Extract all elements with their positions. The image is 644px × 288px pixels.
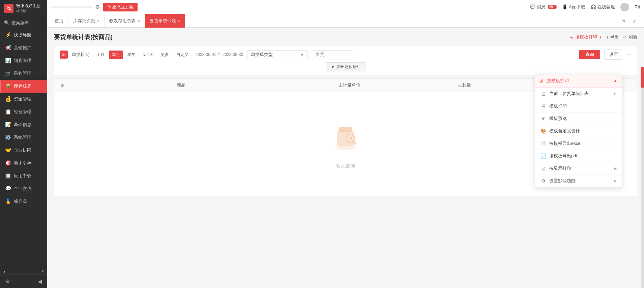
- sidebar-search[interactable]: 🔍 搜索菜单: [0, 17, 47, 29]
- sidebar-item-wechat[interactable]: 💬 企业微信: [0, 182, 47, 195]
- refresh-label: 刷新: [628, 34, 637, 40]
- tab-collection-summary-close[interactable]: ×: [138, 19, 140, 23]
- dropdown-item-template-print[interactable]: 🖨 模板打印: [535, 100, 622, 113]
- tab-close-all-button[interactable]: ✕: [620, 17, 628, 25]
- marketing-icon: 📢: [5, 45, 11, 51]
- tab-order-stats[interactable]: 要货单统计表 ×: [145, 14, 185, 28]
- sidebar-item-operations[interactable]: 📋 经营管理: [0, 105, 47, 118]
- sidebar-item-marketing[interactable]: 📢 营销推广: [0, 41, 47, 54]
- date-last-7[interactable]: 近7天: [140, 51, 156, 59]
- dropdown-sub-display-print[interactable]: 🖨 按显示打印 ▶: [535, 162, 622, 175]
- table-settings-button[interactable]: 设置: [604, 50, 623, 60]
- dropdown-collapse-arrow[interactable]: ▲: [613, 78, 617, 83]
- query-button[interactable]: 查询: [579, 50, 600, 59]
- refresh-button[interactable]: ↺ 刷新: [623, 34, 637, 40]
- sidebar-item-system[interactable]: ⚙️ 系统管理: [0, 131, 47, 144]
- sidebar-item-basic[interactable]: 📝 基础信息: [0, 118, 47, 131]
- sales-icon: 📊: [5, 58, 11, 64]
- date-range: 2023-06-01 至 2023-06-30: [196, 52, 243, 58]
- empty-illustration: [329, 119, 362, 159]
- dropdown-item-template-excel[interactable]: 📄 按模板导出excel: [535, 137, 622, 150]
- search-label: 搜索菜单: [11, 20, 29, 26]
- sidebar-item-finance[interactable]: 💰 资金管理: [0, 93, 47, 105]
- more-button[interactable]: ···: [627, 52, 632, 58]
- trial-button[interactable]: 体验行业方案: [103, 3, 138, 11]
- date-this-year[interactable]: 本年: [124, 51, 139, 59]
- user-avatar[interactable]: [620, 3, 629, 11]
- template-excel-icon: 📄: [540, 141, 546, 146]
- template-print-label: 模板打印: [549, 103, 567, 109]
- sidebar-item-label: 应用中心: [14, 173, 31, 179]
- topbar: ⚙ 体验行业方案 💬 消息 99+ 📱 App下载 🎧 在线客服 Rit: [47, 0, 644, 14]
- sidebar-item-collab[interactable]: 🤝 企业协同: [0, 144, 47, 157]
- dropdown-current-template[interactable]: 🖨 当前：要货单统计表 ▼: [535, 88, 622, 100]
- filter-toggle-icon: ≫: [62, 52, 66, 57]
- sidebar-item-label: 企业微信: [14, 186, 31, 192]
- set-default-label: 设置默认功能: [549, 178, 576, 184]
- date-options: 上月 本月 本年 近7天 更多 自定义: [93, 51, 192, 59]
- template-print-icon: 🖨: [540, 103, 546, 109]
- tab-expand-button[interactable]: ⤢: [631, 17, 639, 25]
- settings-footer-icon[interactable]: ⚙: [5, 278, 10, 285]
- sidebar-item-label: 资金管理: [14, 96, 31, 102]
- sidebar-item-apps[interactable]: 🔲 应用中心: [0, 169, 47, 182]
- order-type-filter[interactable]: 单据单类型 ▼: [247, 50, 308, 59]
- scroll-down-arrow[interactable]: ▼: [41, 269, 45, 273]
- empty-text: 暂无数据: [336, 163, 355, 169]
- date-custom[interactable]: 自定义: [173, 51, 192, 59]
- filter-toggle-btn[interactable]: ≫: [60, 51, 68, 59]
- message-icon: 💬: [530, 4, 535, 9]
- collapse-icon[interactable]: ◀: [38, 278, 42, 285]
- app-download-button[interactable]: 📱 App下载: [562, 4, 585, 10]
- goods-filter[interactable]: 要货: [312, 50, 352, 59]
- finance-icon: 💰: [5, 96, 11, 102]
- messages-button[interactable]: 💬 消息 99+: [530, 4, 557, 10]
- dropdown-sub-set-default[interactable]: ⚙ 设置默认功能 ▶: [535, 175, 622, 187]
- date-more[interactable]: 更多: [158, 51, 172, 59]
- sidebar-item-quick-nav[interactable]: ⚡ 快捷导航: [0, 29, 47, 41]
- tab-collection-summary[interactable]: 收发存汇总表 ×: [105, 14, 145, 28]
- date-prev-month[interactable]: 上月: [93, 51, 108, 59]
- dropdown-header[interactable]: 🖨 按模板打印 ▲: [535, 74, 622, 88]
- column-settings-icon[interactable]: ⚙: [54, 79, 70, 91]
- sidebar-footer: ⚙ ◀: [0, 275, 47, 288]
- tab-inventory-batch-label: 库存批次账: [73, 18, 95, 24]
- sidebar-item-label: 快捷导航: [14, 32, 31, 38]
- sidebar-item-purchase[interactable]: 🛒 采购管理: [0, 67, 47, 80]
- quick-nav-icon: ⚡: [5, 32, 11, 38]
- sidebar-item-sales[interactable]: 📊 销售管理: [0, 54, 47, 67]
- print-button[interactable]: 🖨 按模板打印 ▲: [569, 34, 603, 40]
- dropdown-item-template-pdf[interactable]: 📄 按模板导出pdf: [535, 150, 622, 162]
- app-download-label: App下载: [569, 4, 585, 10]
- content-area: 要货单统计表(按商品) 🖨 按模板打印 ▲ ↑ 导出 ↺ 刷新: [47, 28, 644, 288]
- online-service-button[interactable]: 🎧 在线客服: [591, 4, 615, 10]
- dropdown-title: 按模板打印: [547, 78, 569, 84]
- messages-badge: 99+: [548, 5, 557, 9]
- sidebar-item-guide[interactable]: 🎯 新手引导: [0, 157, 47, 169]
- goods-label: 要货: [316, 52, 324, 58]
- app-logo-icon: 吃: [4, 4, 13, 13]
- page-header: 要货单统计表(按商品) 🖨 按模板打印 ▲ ↑ 导出 ↺ 刷新: [54, 33, 637, 41]
- tab-home[interactable]: 首页: [50, 14, 68, 28]
- template-pdf-icon: 📄: [540, 153, 546, 159]
- tab-inventory-batch-close[interactable]: ×: [97, 19, 99, 23]
- expand-icon: ▼: [331, 65, 335, 69]
- page-title: 要货单统计表(按商品): [54, 33, 113, 41]
- display-print-arrow: ▶: [614, 166, 617, 171]
- dropdown-item-template-preview[interactable]: 👁 模板预览: [535, 113, 622, 125]
- topbar-actions: 💬 消息 99+ 📱 App下载 🎧 在线客服 Rit: [530, 3, 640, 11]
- scroll-up-arrow[interactable]: ▲: [3, 269, 6, 273]
- date-this-month[interactable]: 本月: [109, 51, 123, 59]
- tab-order-stats-close[interactable]: ×: [178, 19, 180, 23]
- export-button[interactable]: ↑ 导出: [607, 34, 619, 40]
- sidebar-item-member[interactable]: 🏅 畅会员: [0, 195, 47, 208]
- sidebar-item-inventory[interactable]: 📦 库存核算: [0, 80, 47, 93]
- dropdown-item-template-design[interactable]: 🎨 模板自定义设计: [535, 125, 622, 137]
- current-template-arrow: ▼: [613, 91, 617, 96]
- topbar-gear-icon[interactable]: ⚙: [95, 4, 100, 10]
- set-default-arrow: ▶: [614, 179, 617, 183]
- expand-conditions-button[interactable]: ▼ 展开更多条件: [326, 62, 365, 71]
- online-service-label: 在线客服: [597, 4, 615, 10]
- right-scrollbar[interactable]: [641, 67, 644, 288]
- tab-inventory-batch[interactable]: 库存批次账 ×: [68, 14, 105, 28]
